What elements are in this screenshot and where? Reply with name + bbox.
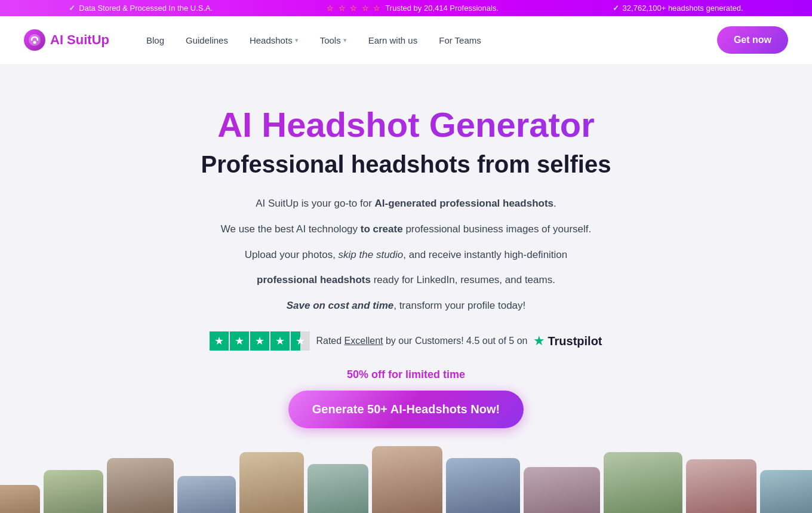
logo-text: AI SuitUp xyxy=(50,32,109,48)
check-icon-2: ✓ xyxy=(613,4,619,13)
trustpilot-logo-icon: ★ xyxy=(533,333,545,349)
photo-3 xyxy=(107,458,174,513)
nav-headshots[interactable]: Headshots ▾ xyxy=(241,30,307,50)
hero-section: AI Headshot Generator Professional heads… xyxy=(0,64,812,513)
tp-rated: Rated xyxy=(316,336,344,346)
photo-10 xyxy=(604,452,682,513)
banner-item-3: ✓ 32,762,100+ headshots generated. xyxy=(613,4,743,13)
photo-5 xyxy=(239,452,304,513)
tp-excellent[interactable]: Excellent xyxy=(345,336,383,346)
trustpilot-row: ★ ★ ★ ★ ★ Rated Excellent by our Custome… xyxy=(12,331,800,351)
logo[interactable]: AI SuitUp xyxy=(24,29,109,51)
logo-text-main: AI Suit xyxy=(50,32,92,47)
tp-rest: by our Customers! 4.5 out of 5 on xyxy=(383,336,528,346)
hero-desc-2-start: We use the best AI technology xyxy=(221,223,361,235)
banner-text-3: 32,762,100+ headshots generated. xyxy=(623,4,743,13)
photo-grid xyxy=(12,446,800,513)
photo-9 xyxy=(524,467,600,513)
photo-2 xyxy=(44,470,103,513)
hero-desc-3-start: Upload your photos, xyxy=(245,249,339,260)
photo-12 xyxy=(760,470,812,513)
photo-8 xyxy=(446,458,520,513)
photo-1 xyxy=(0,485,40,513)
banner-item-1: ✓ Data Stored & Processed In the U.S.A. xyxy=(69,4,213,13)
hero-desc-2-end: professional business images of yourself… xyxy=(403,223,592,235)
hero-desc-1-end: . xyxy=(553,198,556,209)
hero-desc-4-end: ready for LinkedIn, resumes, and teams. xyxy=(371,274,555,285)
svg-point-0 xyxy=(29,34,41,46)
photo-4 xyxy=(177,476,236,513)
banner-text-1: Data Stored & Processed In the U.S.A. xyxy=(79,4,213,13)
nav-blog[interactable]: Blog xyxy=(138,30,173,50)
trustpilot-logo: ★ Trustpilot xyxy=(533,333,602,349)
photo-11 xyxy=(686,459,756,513)
photo-6 xyxy=(307,464,368,513)
banner-stars: ☆ ☆ ☆ ☆ ☆ xyxy=(327,4,382,13)
trustpilot-text: Rated Excellent by our Customers! 4.5 ou… xyxy=(316,336,527,346)
nav-links: Blog Guidelines Headshots ▾ Tools ▾ Earn… xyxy=(138,30,717,50)
hero-desc-1: AI SuitUp is your go-to for AI-generated… xyxy=(215,195,597,213)
check-icon-1: ✓ xyxy=(69,4,75,13)
hero-desc-2-bold: to create xyxy=(361,223,403,235)
hero-desc-3-end: , and receive instantly high-definition xyxy=(403,249,567,260)
hero-title: AI Headshot Generator xyxy=(12,106,800,144)
nav-tools[interactable]: Tools ▾ xyxy=(312,30,355,50)
photo-7 xyxy=(372,446,442,513)
nav-earn[interactable]: Earn with us xyxy=(360,30,426,50)
logo-icon xyxy=(24,29,45,51)
nav-for-teams[interactable]: For Teams xyxy=(430,30,490,50)
hero-desc-2: We use the best AI technology to create … xyxy=(215,221,597,238)
banner-text-2: Trusted by 20,414 Professionals. xyxy=(385,4,499,13)
logo-text-accent: Up xyxy=(92,32,109,47)
hero-desc-1-bold: AI-generated professional headshots xyxy=(375,198,553,209)
star-2: ★ xyxy=(230,331,249,351)
hero-cta-button[interactable]: Generate 50+ AI-Headshots Now! xyxy=(288,391,524,428)
hero-subtitle: Professional headshots from selfies xyxy=(12,150,800,179)
star-1: ★ xyxy=(210,331,229,351)
trustpilot-logo-text: Trustpilot xyxy=(548,334,602,348)
hero-desc-3: Upload your photos, skip the studio, and… xyxy=(215,247,597,264)
tools-chevron: ▾ xyxy=(343,36,347,44)
hero-desc-4-bold: professional headshots xyxy=(257,274,371,285)
navigation: AI SuitUp Blog Guidelines Headshots ▾ To… xyxy=(0,16,812,64)
top-banner: ✓ Data Stored & Processed In the U.S.A. … xyxy=(0,0,812,16)
hero-desc-5-italic: Save on cost and time xyxy=(287,300,394,311)
hero-desc-5-end: , transform your profile today! xyxy=(393,300,525,311)
headshots-chevron: ▾ xyxy=(295,36,299,44)
banner-item-2: ☆ ☆ ☆ ☆ ☆ Trusted by 20,414 Professional… xyxy=(327,4,499,13)
nav-guidelines[interactable]: Guidelines xyxy=(177,30,236,50)
trustpilot-stars: ★ ★ ★ ★ ★ xyxy=(210,331,310,351)
hero-desc-5: Save on cost and time, transform your pr… xyxy=(215,297,597,315)
hero-desc-3-italic: skip the studio xyxy=(339,249,404,260)
svg-point-1 xyxy=(33,41,36,44)
hero-desc-4: professional headshots ready for LinkedI… xyxy=(215,272,597,289)
hero-desc-1-plain: AI SuitUp is your go-to for xyxy=(256,198,374,209)
star-5-half: ★ xyxy=(291,331,310,351)
star-4: ★ xyxy=(270,331,290,351)
nav-cta-button[interactable]: Get now xyxy=(717,26,788,54)
limited-time-text: 50% off for limited time xyxy=(12,368,800,381)
star-3: ★ xyxy=(250,331,269,351)
